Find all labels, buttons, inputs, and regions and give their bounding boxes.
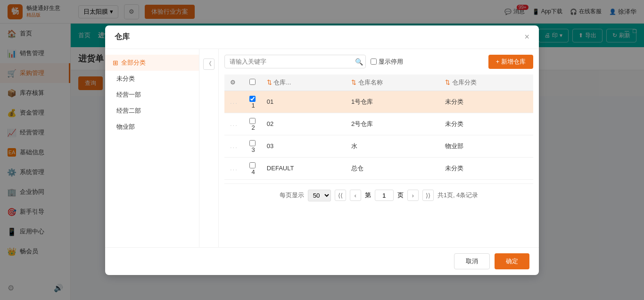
row-checkbox[interactable] <box>249 118 256 124</box>
row-name: 2号仓库 <box>346 113 439 135</box>
prev-page-btn[interactable]: ‹ <box>350 190 361 201</box>
show-disabled-checkbox[interactable] <box>371 58 377 65</box>
row-number: 3 <box>244 135 261 157</box>
modal-title: 仓库 <box>115 32 130 42</box>
modal-overlay: 仓库 × ⊞ 全部分类 未分类 经营一部 经营二部 <box>0 0 644 300</box>
row-checkbox[interactable] <box>249 96 256 102</box>
more-icon: ... <box>230 120 238 127</box>
table-row[interactable]: ... 4 DEFAULT 总仓 未分类 <box>224 157 533 179</box>
warehouse-modal: 仓库 × ⊞ 全部分类 未分类 经营一部 经营二部 <box>105 25 539 275</box>
table-body: ... 1 01 1号仓库 未分类 ... 2 02 2号仓库 未分类 ... … <box>224 91 533 179</box>
warehouse-table: ⚙ ⇅ 仓库... ⇅ 仓库名称 <box>224 75 533 180</box>
sort-icon-cat: ⇅ <box>445 79 450 86</box>
row-number: 4 <box>244 157 261 179</box>
sort-icon-name: ⇅ <box>351 79 356 86</box>
table-row[interactable]: ... 1 01 1号仓库 未分类 <box>224 91 533 113</box>
modal-body: ⊞ 全部分类 未分类 经营一部 经营二部 物业部 《 <box>105 49 539 247</box>
pagination: 每页显示 50 ⟨⟨ ‹ 第 页 › ⟩⟩ 共1页, 4条记录 <box>224 183 533 207</box>
grid-icon: ⊞ <box>113 59 118 67</box>
collapse-tree-btn[interactable]: 《 <box>203 58 215 70</box>
page-label: 第 <box>365 191 371 200</box>
row-category: 未分类 <box>439 91 533 113</box>
new-warehouse-btn[interactable]: + 新增仓库 <box>488 55 533 69</box>
search-wrap: 🔍 <box>224 55 366 68</box>
tree-item-ops1[interactable]: 经营一部 <box>105 87 199 103</box>
row-more[interactable]: ... <box>224 135 244 157</box>
row-more[interactable]: ... <box>224 157 244 179</box>
row-more[interactable]: ... <box>224 91 244 113</box>
row-code: 02 <box>261 113 346 135</box>
modal-footer: 取消 确定 <box>105 247 539 275</box>
modal-close-btn[interactable]: × <box>524 32 529 42</box>
row-number: 2 <box>244 113 261 135</box>
per-page-label: 每页显示 <box>280 191 304 200</box>
row-name: 水 <box>346 135 439 157</box>
col-category: ⇅ 仓库分类 <box>439 75 533 91</box>
show-disabled-text: 显示停用 <box>379 58 403 66</box>
row-category: 未分类 <box>439 113 533 135</box>
search-icon[interactable]: 🔍 <box>355 58 363 66</box>
more-icon: ... <box>230 98 238 105</box>
total-info: 共1页, 4条记录 <box>438 191 479 200</box>
table-row[interactable]: ... 2 02 2号仓库 未分类 <box>224 113 533 135</box>
gear-header-icon: ⚙ <box>230 79 236 86</box>
more-icon: ... <box>230 165 238 172</box>
table-toolbar: 🔍 显示停用 + 新增仓库 <box>224 55 533 69</box>
col-name-label: 仓库名称 <box>358 79 383 86</box>
collapse-panel: 《 <box>199 49 219 247</box>
col-category-label: 仓库分类 <box>452 79 477 86</box>
tree-panel: ⊞ 全部分类 未分类 经营一部 经营二部 物业部 <box>105 49 199 247</box>
modal-header: 仓库 × <box>105 25 539 49</box>
tree-item-property[interactable]: 物业部 <box>105 119 199 135</box>
last-page-btn[interactable]: ⟩⟩ <box>422 190 434 201</box>
tree-item-ops2[interactable]: 经营二部 <box>105 103 199 119</box>
search-input[interactable] <box>224 55 366 68</box>
sort-icon: ⇅ <box>267 79 272 86</box>
col-code: ⇅ 仓库... <box>261 75 346 91</box>
table-header-row: ⚙ ⇅ 仓库... ⇅ 仓库名称 <box>224 75 533 91</box>
row-checkbox[interactable] <box>249 162 256 168</box>
page-unit: 页 <box>397 191 404 200</box>
next-page-btn[interactable]: › <box>407 190 419 201</box>
select-all-checkbox[interactable] <box>249 79 256 85</box>
row-category: 未分类 <box>439 157 533 179</box>
table-panel: 🔍 显示停用 + 新增仓库 ⚙ <box>219 49 539 247</box>
col-check <box>244 75 261 91</box>
col-name: ⇅ 仓库名称 <box>346 75 439 91</box>
row-more[interactable]: ... <box>224 113 244 135</box>
row-name: 总仓 <box>346 157 439 179</box>
col-gear: ⚙ <box>224 75 244 91</box>
row-code: 01 <box>261 91 346 113</box>
table-row[interactable]: ... 3 03 水 物业部 <box>224 135 533 157</box>
tree-root-label: 全部分类 <box>121 58 146 67</box>
tree-item-label: 物业部 <box>116 123 135 130</box>
more-icon: ... <box>230 142 238 150</box>
row-number: 1 <box>244 91 261 113</box>
show-disabled-label[interactable]: 显示停用 <box>371 58 403 66</box>
row-category: 物业部 <box>439 135 533 157</box>
row-checkbox[interactable] <box>249 140 256 146</box>
cancel-btn[interactable]: 取消 <box>454 253 490 269</box>
confirm-btn[interactable]: 确定 <box>495 253 529 269</box>
tree-item-label: 经营一部 <box>116 91 141 98</box>
row-code: DEFAULT <box>261 157 346 179</box>
tree-root[interactable]: ⊞ 全部分类 <box>105 55 199 71</box>
tree-item-label: 未分类 <box>116 75 135 82</box>
row-name: 1号仓库 <box>346 91 439 113</box>
row-code: 03 <box>261 135 346 157</box>
tree-item-label: 经营二部 <box>116 107 141 114</box>
col-code-label: 仓库... <box>273 79 291 86</box>
page-input[interactable] <box>375 190 394 201</box>
tree-item-unclassified[interactable]: 未分类 <box>105 71 199 87</box>
first-page-btn[interactable]: ⟨⟨ <box>335 190 346 201</box>
per-page-select[interactable]: 50 <box>308 190 331 201</box>
